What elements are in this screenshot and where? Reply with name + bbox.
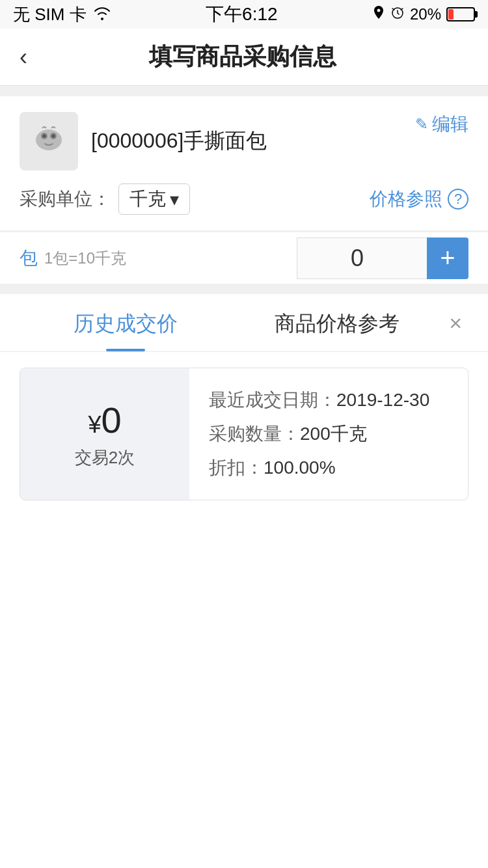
purchase-qty-label: 采购数量： <box>209 424 300 444</box>
history-price-value: ¥0 <box>88 399 121 441</box>
nav-bar: ‹ 填写商品采购信息 <box>0 29 488 86</box>
back-button[interactable]: ‹ <box>20 44 27 71</box>
history-content: ¥0 交易2次 最近成交日期：2019-12-30 采购数量：200千克 折扣：… <box>0 352 488 516</box>
product-unit-row: 采购单位： 千克 ▾ 价格参照 ? <box>20 183 468 215</box>
recent-date-row: 最近成交日期：2019-12-30 <box>209 388 448 413</box>
quantity-plus-button[interactable]: + <box>427 237 468 279</box>
unit-select[interactable]: 千克 ▾ <box>118 183 190 215</box>
battery-percent: 20% <box>410 5 441 23</box>
tab-price-reference[interactable]: 商品价格参考 <box>231 294 442 351</box>
unit-label: 采购单位： <box>20 187 111 211</box>
page-rest <box>0 516 488 868</box>
quantity-input[interactable] <box>297 237 427 279</box>
recent-date-value: 2019-12-30 <box>336 390 429 410</box>
status-bar: 无 SIM 卡 下午6:12 20% <box>0 0 488 29</box>
history-transaction-count: 交易2次 <box>75 446 135 469</box>
chevron-down-icon: ▾ <box>170 189 179 210</box>
quantity-input-wrap: + <box>297 237 468 279</box>
svg-point-5 <box>52 134 55 137</box>
quantity-section: 包 1包=10千克 + <box>0 232 488 284</box>
product-name: [0000006]手撕面包 <box>91 127 267 156</box>
discount-value: 100.00% <box>264 457 336 478</box>
product-left: [0000006]手撕面包 <box>20 112 267 170</box>
battery-icon <box>446 7 475 21</box>
discount-label: 折扣： <box>209 457 264 478</box>
product-card: [0000006]手撕面包 ✎ 编辑 采购单位： 千克 ▾ 价格参照 ? <box>0 96 488 230</box>
history-card: ¥0 交易2次 最近成交日期：2019-12-30 采购数量：200千克 折扣：… <box>20 368 468 500</box>
tab-bar: 历史成交价 商品价格参考 × <box>0 294 488 352</box>
purchase-qty-row: 采购数量：200千克 <box>209 422 448 446</box>
svg-point-1 <box>36 129 62 150</box>
recent-date-label: 最近成交日期： <box>209 390 336 410</box>
product-image-icon <box>29 119 68 164</box>
wifi-icon <box>93 5 111 25</box>
quantity-label: 包 1包=10千克 <box>20 246 126 271</box>
purchase-qty-value: 200千克 <box>300 424 367 444</box>
location-icon <box>372 5 385 23</box>
tab-close-button[interactable]: × <box>442 297 468 349</box>
product-header: [0000006]手撕面包 ✎ 编辑 <box>20 112 468 170</box>
status-right: 20% <box>372 5 475 23</box>
currency-symbol: ¥ <box>88 411 101 438</box>
help-icon: ? <box>448 189 468 210</box>
page-title: 填写商品采购信息 <box>40 41 445 73</box>
product-thumbnail <box>20 112 78 170</box>
package-label: 包 <box>20 246 38 271</box>
edit-icon: ✎ <box>415 115 428 133</box>
unit-left: 采购单位： 千克 ▾ <box>20 183 190 215</box>
tab-section: 历史成交价 商品价格参考 × ¥0 交易2次 最近成交日期：2019-12-30… <box>0 294 488 516</box>
status-left: 无 SIM 卡 <box>13 3 111 26</box>
package-sub: 1包=10千克 <box>44 248 126 269</box>
history-price-block: ¥0 交易2次 <box>20 368 189 500</box>
history-details: 最近成交日期：2019-12-30 采购数量：200千克 折扣：100.00% <box>189 368 468 500</box>
discount-row: 折扣：100.00% <box>209 455 448 480</box>
tab-history-price[interactable]: 历史成交价 <box>20 294 231 351</box>
alarm-icon <box>390 5 405 23</box>
time-display: 下午6:12 <box>206 2 278 27</box>
price-ref-button[interactable]: 价格参照 ? <box>370 187 468 211</box>
sim-text: 无 SIM 卡 <box>13 3 87 26</box>
edit-button[interactable]: ✎ 编辑 <box>415 112 468 137</box>
svg-point-4 <box>43 134 46 137</box>
